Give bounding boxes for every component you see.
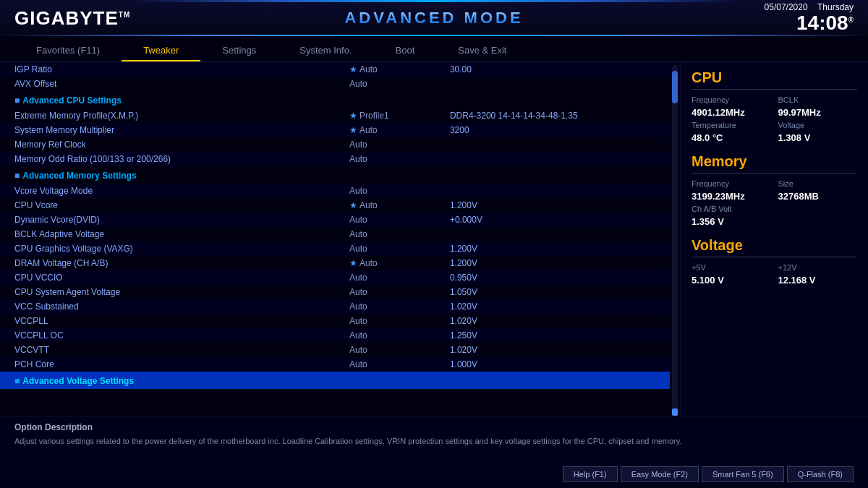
setting-value: Auto bbox=[335, 328, 435, 343]
setting-value: Auto bbox=[335, 270, 435, 285]
header-title-area: ADVANCED MODE bbox=[344, 9, 523, 27]
cpu-volt-label: Voltage bbox=[778, 121, 858, 129]
setting-value: ★Profile1 bbox=[335, 108, 435, 123]
settings-row[interactable]: VCC Substained Auto 1.020V bbox=[0, 299, 670, 314]
cpu-temp-value: 48.0 °C bbox=[692, 132, 771, 143]
settings-row[interactable]: CPU System Agent Voltage Auto 1.050V bbox=[0, 285, 670, 299]
tab-settings[interactable]: Settings bbox=[200, 40, 278, 61]
mem-freq-label: Frequency bbox=[692, 179, 771, 188]
settings-row[interactable]: Extreme Memory Profile(X.M.P.) ★Profile1… bbox=[0, 108, 670, 123]
date: 05/07/2020 bbox=[765, 2, 808, 12]
mem-volt-label: Ch A/B Volt bbox=[692, 205, 857, 213]
v5-value: 5.100 V bbox=[692, 275, 771, 286]
setting-value: Auto bbox=[335, 285, 435, 299]
setting-extra bbox=[435, 152, 670, 166]
tab-save-exit[interactable]: Save & Exit bbox=[436, 40, 528, 61]
cpu-temp-label: Temperature bbox=[692, 121, 771, 129]
page-title: ADVANCED MODE bbox=[344, 9, 523, 27]
settings-row[interactable]: IGP Ratio ★Auto 30.00 bbox=[0, 62, 670, 77]
setting-value: ★Auto bbox=[335, 256, 435, 270]
cpu-freq-value: 4901.12MHz bbox=[692, 107, 771, 118]
settings-row[interactable]: Memory Ref Clock Auto bbox=[0, 137, 670, 152]
memory-title: Memory bbox=[692, 153, 857, 174]
help-button[interactable]: Help (F1) bbox=[563, 466, 618, 482]
settings-row[interactable]: Memory Odd Ratio (100/133 or 200/266) Au… bbox=[0, 152, 670, 166]
smart-fan-button[interactable]: Smart Fan 5 (F6) bbox=[702, 466, 784, 482]
setting-value: Auto bbox=[335, 241, 435, 256]
setting-extra: 1.200V bbox=[435, 256, 670, 270]
mem-freq-value: 3199.23MHz bbox=[692, 191, 771, 202]
settings-row[interactable]: AVX Offset Auto bbox=[0, 77, 670, 91]
voltage-stats: +5V +12V 5.100 V 12.168 V bbox=[692, 263, 857, 286]
mem-size-label: Size bbox=[778, 179, 858, 188]
setting-extra: 1.020V bbox=[435, 314, 670, 328]
setting-value: Auto bbox=[335, 137, 435, 152]
setting-extra: 1.050V bbox=[435, 285, 670, 299]
setting-name: PCH Core bbox=[0, 357, 335, 372]
cpu-stats: Frequency BCLK 4901.12MHz 99.97MHz Tempe… bbox=[692, 95, 857, 143]
setting-value: Auto bbox=[335, 227, 435, 241]
setting-name: Extreme Memory Profile(X.M.P.) bbox=[0, 108, 335, 123]
setting-name: System Memory Multiplier bbox=[0, 123, 335, 137]
settings-row[interactable]: DRAM Voltage (CH A/B) ★Auto 1.200V bbox=[0, 256, 670, 270]
settings-row[interactable]: VCCPLL OC Auto 1.250V bbox=[0, 328, 670, 343]
easy-mode-button[interactable]: Easy Mode (F2) bbox=[621, 466, 699, 482]
tab-tweaker[interactable]: Tweaker bbox=[122, 40, 200, 61]
setting-value: Auto bbox=[335, 213, 435, 227]
setting-value: Auto bbox=[335, 314, 435, 328]
settings-row[interactable]: VCCVTT Auto 1.020V bbox=[0, 343, 670, 357]
nav-bar: Favorites (F11) Tweaker Settings System … bbox=[0, 36, 868, 62]
logo: GIGABYTETM bbox=[14, 7, 130, 30]
cpu-freq-label: Frequency bbox=[692, 95, 771, 104]
setting-name: Dynamic Vcore(DVID) bbox=[0, 213, 335, 227]
main-content: IGP Ratio ★Auto 30.00 AVX Offset Auto ■A… bbox=[0, 62, 868, 416]
section-header-highlight[interactable]: ■Advanced Voltage Settings bbox=[0, 372, 670, 389]
settings-row[interactable]: Vcore Voltage Mode Auto bbox=[0, 184, 670, 198]
settings-row[interactable]: System Memory Multiplier ★Auto 3200 bbox=[0, 123, 670, 137]
description-title: Option Description bbox=[14, 422, 854, 432]
memory-stats: Frequency Size 3199.23MHz 32768MB Ch A/B… bbox=[692, 179, 857, 227]
settings-row[interactable]: CPU Vcore ★Auto 1.200V bbox=[0, 198, 670, 213]
setting-extra: +0.000V bbox=[435, 213, 670, 227]
setting-extra: 0.950V bbox=[435, 270, 670, 285]
setting-name: VCCVTT bbox=[0, 343, 335, 357]
settings-row[interactable]: CPU VCCIO Auto 0.950V bbox=[0, 270, 670, 285]
setting-extra: 1.200V bbox=[435, 198, 670, 213]
setting-value: Auto bbox=[335, 77, 435, 91]
header: GIGABYTETM ADVANCED MODE 05/07/2020 Thur… bbox=[0, 0, 868, 36]
qflash-button[interactable]: Q-Flash (F8) bbox=[787, 466, 854, 482]
setting-name: CPU Vcore bbox=[0, 198, 335, 213]
v12-value: 12.168 V bbox=[778, 275, 858, 286]
mem-size-value: 32768MB bbox=[778, 191, 858, 202]
v5-label: +5V bbox=[692, 263, 771, 272]
setting-extra: 1.020V bbox=[435, 343, 670, 357]
settings-row[interactable]: BCLK Adaptive Voltage Auto bbox=[0, 227, 670, 241]
setting-extra: 30.00 bbox=[435, 62, 670, 77]
setting-value: Auto bbox=[335, 357, 435, 372]
settings-row[interactable]: Dynamic Vcore(DVID) Auto +0.000V bbox=[0, 213, 670, 227]
logo-tm: TM bbox=[119, 11, 130, 19]
settings-row[interactable]: PCH Core Auto 1.000V bbox=[0, 357, 670, 372]
time: 14:08® bbox=[765, 12, 854, 35]
setting-name: CPU Graphics Voltage (VAXG) bbox=[0, 241, 335, 256]
cpu-title: CPU bbox=[692, 69, 857, 90]
scrollbar[interactable] bbox=[670, 62, 680, 416]
tab-favorites[interactable]: Favorites (F11) bbox=[14, 40, 122, 61]
settings-row[interactable]: CPU Graphics Voltage (VAXG) Auto 1.200V bbox=[0, 241, 670, 256]
cpu-bclk-label: BCLK bbox=[778, 95, 858, 104]
tab-boot[interactable]: Boot bbox=[374, 40, 437, 61]
setting-extra: 1.000V bbox=[435, 357, 670, 372]
setting-value: ★Auto bbox=[335, 198, 435, 213]
setting-name: VCC Substained bbox=[0, 299, 335, 314]
cpu-section: CPU Frequency BCLK 4901.12MHz 99.97MHz T… bbox=[692, 69, 857, 143]
v12-label: +12V bbox=[778, 263, 858, 272]
setting-extra: 1.250V bbox=[435, 328, 670, 343]
memory-section: Memory Frequency Size 3199.23MHz 32768MB… bbox=[692, 153, 857, 227]
setting-name: AVX Offset bbox=[0, 77, 335, 91]
settings-row[interactable]: VCCPLL Auto 1.020V bbox=[0, 314, 670, 328]
tab-sysinfo[interactable]: System Info. bbox=[278, 40, 373, 61]
setting-name: Memory Odd Ratio (100/133 or 200/266) bbox=[0, 152, 335, 166]
setting-value: Auto bbox=[335, 152, 435, 166]
description-text: Adjust various settings related to the p… bbox=[14, 435, 854, 448]
setting-value: Auto bbox=[335, 299, 435, 314]
